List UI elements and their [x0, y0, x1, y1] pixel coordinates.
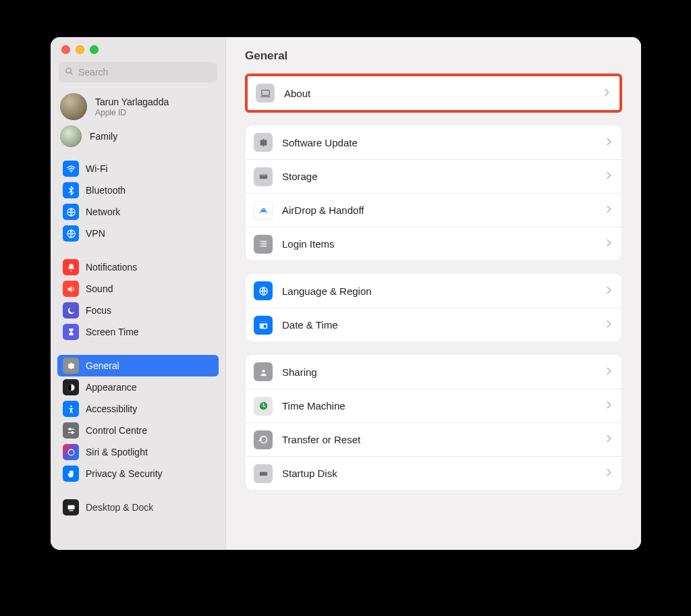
- svg-rect-12: [67, 505, 74, 509]
- laptop-icon: [256, 84, 275, 103]
- svg-rect-17: [259, 175, 267, 176]
- account-subtitle: Apple ID: [95, 108, 169, 117]
- row-timemachine[interactable]: Time Machine: [246, 389, 621, 422]
- panel-locale: Language & Region Date & Time: [245, 273, 622, 342]
- network-icon: [63, 204, 79, 220]
- sidebar-item-label: Sound: [86, 283, 113, 294]
- close-icon[interactable]: [61, 45, 70, 54]
- family-label: Family: [90, 131, 117, 142]
- sidebar-item-sound[interactable]: Sound: [57, 278, 219, 300]
- sidebar-item-controlcentre[interactable]: Control Centre: [57, 420, 219, 441]
- row-sharing[interactable]: Sharing: [246, 355, 621, 389]
- row-label: Language & Region: [282, 285, 596, 297]
- row-datetime[interactable]: Date & Time: [246, 308, 621, 341]
- sidebar-item-wifi[interactable]: Wi-Fi: [57, 158, 219, 179]
- svg-point-24: [259, 246, 260, 246]
- gear-icon: [63, 358, 79, 374]
- reset-icon: [254, 430, 273, 449]
- svg-point-0: [66, 68, 72, 74]
- sidebar-item-bluetooth[interactable]: Bluetooth: [57, 179, 219, 201]
- panel-misc: Sharing Time Machine Transfer or Reset: [245, 354, 622, 491]
- search-input[interactable]: [78, 67, 212, 78]
- row-label: Login Items: [282, 238, 596, 250]
- wifi-icon: [63, 161, 79, 177]
- sidebar-item-network[interactable]: Network: [57, 201, 219, 223]
- chevron-right-icon: [603, 88, 610, 99]
- row-label: AirDrop & Handoff: [282, 204, 596, 216]
- panel-about: About: [245, 74, 622, 113]
- sidebar-item-siri[interactable]: Siri & Spotlight: [57, 441, 219, 463]
- chevron-right-icon: [605, 319, 612, 331]
- main-content: General About Software Update: [226, 37, 641, 550]
- svg-point-29: [262, 369, 265, 372]
- page-title: General: [245, 49, 622, 63]
- svg-point-10: [72, 431, 74, 433]
- svg-point-32: [265, 474, 266, 474]
- svg-point-2: [70, 171, 72, 173]
- panel-system: Software Update Storage AirDrop & Handof…: [245, 125, 622, 261]
- svg-point-6: [70, 405, 72, 407]
- row-startupdisk[interactable]: Startup Disk: [246, 456, 621, 490]
- sidebar-item-accessibility[interactable]: Accessibility: [57, 398, 219, 420]
- sidebar-item-general[interactable]: General: [57, 355, 219, 376]
- sidebar-item-label: General: [86, 360, 119, 371]
- account-name: Tarun Yarlagadda: [95, 96, 169, 107]
- sidebar-item-appearance[interactable]: Appearance: [57, 376, 219, 398]
- sidebar-item-focus[interactable]: Focus: [57, 300, 219, 321]
- timemachine-icon: [254, 397, 273, 416]
- sidebar-item-label: Bluetooth: [86, 185, 126, 196]
- bell-icon: [63, 259, 79, 275]
- chevron-right-icon: [605, 137, 612, 148]
- row-storage[interactable]: Storage: [246, 159, 621, 193]
- sidebar-item-label: Notifications: [86, 262, 137, 273]
- chevron-right-icon: [605, 238, 612, 250]
- avatar: [60, 93, 87, 120]
- dock-icon: [63, 499, 79, 515]
- sharing-icon: [254, 362, 273, 381]
- moon-icon: [63, 302, 79, 318]
- svg-point-22: [259, 241, 260, 242]
- search-input-wrap[interactable]: [59, 62, 217, 82]
- svg-point-11: [68, 449, 74, 455]
- apple-id-account[interactable]: Tarun Yarlagadda Apple ID: [51, 89, 225, 124]
- chevron-right-icon: [605, 204, 612, 216]
- row-label: About: [284, 88, 594, 99]
- svg-line-1: [71, 73, 73, 75]
- disk-icon: [254, 167, 273, 186]
- family-account[interactable]: Family: [51, 124, 225, 152]
- svg-point-23: [259, 244, 260, 244]
- row-about[interactable]: About: [248, 76, 619, 110]
- row-loginitems[interactable]: Login Items: [246, 227, 621, 260]
- sidebar-item-desktopdock[interactable]: Desktop & Dock: [57, 497, 219, 518]
- sidebar-item-label: Privacy & Security: [86, 468, 163, 479]
- sidebar-item-label: Siri & Spotlight: [86, 447, 148, 457]
- sidebar-item-label: Accessibility: [86, 403, 137, 414]
- hand-icon: [63, 466, 79, 482]
- row-transfer[interactable]: Transfer or Reset: [246, 422, 621, 456]
- search-icon: [64, 66, 74, 78]
- sidebar-item-vpn[interactable]: VPN: [57, 223, 219, 244]
- sidebar-item-screentime[interactable]: Screen Time: [57, 321, 219, 343]
- minimize-icon[interactable]: [76, 45, 84, 54]
- sound-icon: [63, 281, 79, 297]
- sidebar-item-label: Wi-Fi: [86, 163, 108, 174]
- globe-icon: [254, 281, 273, 300]
- chevron-right-icon: [605, 171, 612, 182]
- sidebar-item-notifications[interactable]: Notifications: [57, 256, 219, 278]
- chevron-right-icon: [605, 468, 612, 479]
- hourglass-icon: [63, 324, 79, 340]
- row-softwareupdate[interactable]: Software Update: [246, 125, 621, 159]
- avatar: [60, 125, 82, 147]
- sidebar-item-label: VPN: [86, 228, 105, 239]
- row-airdrop[interactable]: AirDrop & Handoff: [246, 193, 621, 227]
- sidebar-item-privacy[interactable]: Privacy & Security: [57, 463, 219, 484]
- row-label: Date & Time: [282, 319, 596, 331]
- sidebar-item-label: Focus: [86, 305, 111, 316]
- airdrop-icon: [254, 201, 273, 220]
- svg-rect-27: [259, 322, 267, 324]
- row-label: Transfer or Reset: [282, 434, 596, 445]
- fullscreen-icon[interactable]: [90, 45, 99, 54]
- svg-rect-14: [261, 90, 269, 95]
- row-language[interactable]: Language & Region: [246, 274, 621, 308]
- startupdisk-icon: [254, 464, 273, 483]
